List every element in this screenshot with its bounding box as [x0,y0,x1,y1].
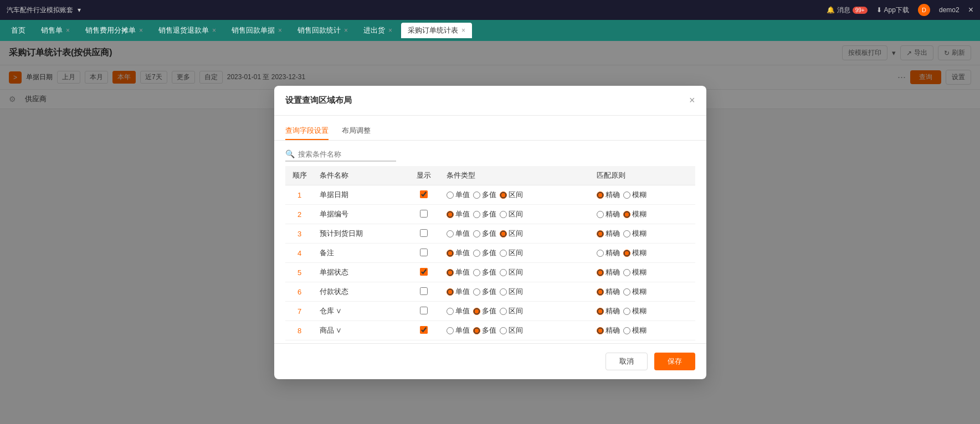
tab-sales-expense[interactable]: 销售费用分摊单 × [79,23,150,38]
save-button[interactable]: 保存 [654,353,695,370]
display-checkbox[interactable] [420,229,428,237]
type-range[interactable]: 区间 [500,229,523,239]
type-range[interactable]: 区间 [500,306,523,316]
match-exact[interactable]: 精确 [597,287,620,297]
display-checkbox[interactable] [420,326,428,334]
table-row: 2单据编号 单值 多值 区间 精确 模糊 [285,205,695,224]
type-range[interactable]: 区间 [500,325,523,335]
top-nav-actions: 🔔 消息 99+ ⬇ App下载 D demo2 × [827,4,973,16]
cell-order: 3 [285,224,314,244]
match-radio-group: 精确 模糊 [597,209,690,219]
modal-footer: 取消 保存 [274,343,706,379]
modal-dialog: 设置查询区域布局 × 查询字段设置 布局调整 🔍 [274,86,706,379]
tab-inout-close[interactable]: × [388,27,392,34]
download-area[interactable]: ⬇ App下载 [876,6,909,15]
cell-order: 5 [285,263,314,282]
type-multi[interactable]: 多值 [473,267,496,277]
tab-sales-receipt[interactable]: 销售回款单据 × [225,23,289,38]
top-nav-close-btn[interactable]: × [968,5,973,15]
tab-sales-stats[interactable]: 销售回款统计 × [291,23,355,38]
tab-home[interactable]: 首页 [4,25,32,35]
tab-sales-order[interactable]: 销售单 × [34,23,76,38]
match-fuzzy[interactable]: 模糊 [623,248,647,258]
type-multi[interactable]: 多值 [473,325,496,335]
tab-sales-stats-close[interactable]: × [344,27,348,34]
match-exact[interactable]: 精确 [597,306,620,316]
modal-table-wrapper: 顺序 条件名称 显示 条件类型 匹配原则 1单据日期 单值 多值 [274,166,706,343]
type-radio-group: 单值 多值 区间 [447,190,586,200]
match-fuzzy[interactable]: 模糊 [623,190,647,200]
type-range[interactable]: 区间 [500,209,523,219]
display-checkbox[interactable] [420,249,428,256]
type-range[interactable]: 区间 [500,267,523,277]
user-avatar[interactable]: D [918,4,930,16]
display-checkbox[interactable] [420,210,428,218]
type-single[interactable]: 单值 [447,287,470,297]
match-fuzzy[interactable]: 模糊 [623,209,647,219]
search-wrapper: 🔍 [285,147,396,162]
cancel-button[interactable]: 取消 [606,353,648,370]
tab-sales-order-label: 销售单 [41,25,63,35]
tab-sales-return-close[interactable]: × [212,27,216,34]
tab-sales-receipt-close[interactable]: × [278,27,282,34]
type-single[interactable]: 单值 [447,325,470,335]
type-multi[interactable]: 多值 [473,248,496,258]
notification-area[interactable]: 🔔 消息 99+ [827,6,868,15]
match-exact[interactable]: 精确 [597,325,620,335]
type-single[interactable]: 单值 [447,190,470,200]
user-name[interactable]: demo2 [939,6,960,14]
type-multi[interactable]: 多值 [473,229,496,239]
type-single[interactable]: 单值 [447,248,470,258]
display-checkbox[interactable] [420,307,428,314]
type-single[interactable]: 单值 [447,267,470,277]
match-exact[interactable]: 精确 [597,229,620,239]
tab-sales-return[interactable]: 销售退货退款单 × [152,23,223,38]
match-exact[interactable]: 精确 [597,267,620,277]
cell-type: 单值 多值 区间 [441,263,591,282]
tab-sales-stats-label: 销售回款统计 [297,25,341,35]
type-single[interactable]: 单值 [447,229,470,239]
display-checkbox[interactable] [420,287,428,295]
col-match: 匹配原则 [591,166,695,185]
modal-overlay: 设置查询区域布局 × 查询字段设置 布局调整 🔍 [0,41,980,424]
type-range[interactable]: 区间 [500,248,523,258]
modal-tab-layout[interactable]: 布局调整 [342,122,371,140]
modal-tab-fields[interactable]: 查询字段设置 [285,122,329,140]
match-exact[interactable]: 精确 [597,209,620,219]
modal-table-scroll[interactable]: 顺序 条件名称 显示 条件类型 匹配原则 1单据日期 单值 多值 [285,166,695,343]
tab-sales-expense-close[interactable]: × [139,27,143,34]
type-multi[interactable]: 多值 [473,190,496,200]
match-fuzzy[interactable]: 模糊 [623,306,647,316]
cell-match: 精确 模糊 [591,224,695,244]
display-checkbox[interactable] [420,268,428,276]
app-title-area: 汽车配件行业模拟账套 ▾ [7,6,81,15]
tab-purchase-order-label: 采购订单统计表 [408,25,458,35]
match-fuzzy[interactable]: 模糊 [623,229,647,239]
app-dropdown-icon[interactable]: ▾ [78,6,81,14]
match-exact[interactable]: 精确 [597,190,620,200]
cell-display [406,244,441,263]
type-range[interactable]: 区间 [500,287,523,297]
match-fuzzy[interactable]: 模糊 [623,267,647,277]
tab-sales-order-close[interactable]: × [66,27,70,34]
type-multi[interactable]: 多值 [473,306,496,316]
match-radio-group: 精确 模糊 [597,229,690,239]
tab-purchase-order-close[interactable]: × [461,27,465,34]
modal-close-button[interactable]: × [689,95,695,106]
type-multi[interactable]: 多值 [473,209,496,219]
match-fuzzy[interactable]: 模糊 [623,325,647,335]
match-fuzzy[interactable]: 模糊 [623,287,647,297]
tab-inout[interactable]: 进出货 × [357,23,399,38]
type-range[interactable]: 区间 [500,190,523,200]
type-multi[interactable]: 多值 [473,287,496,297]
search-input[interactable] [298,150,387,158]
match-exact[interactable]: 精确 [597,248,620,258]
cell-type: 单值 多值 区间 [441,185,591,205]
download-icon: ⬇ [876,6,882,14]
cell-match: 精确 模糊 [591,302,695,321]
tab-purchase-order[interactable]: 采购订单统计表 × [401,23,472,38]
type-radio-group: 单值 多值 区间 [447,248,586,258]
type-single[interactable]: 单值 [447,209,470,219]
type-single[interactable]: 单值 [447,306,470,316]
display-checkbox[interactable] [420,190,428,198]
